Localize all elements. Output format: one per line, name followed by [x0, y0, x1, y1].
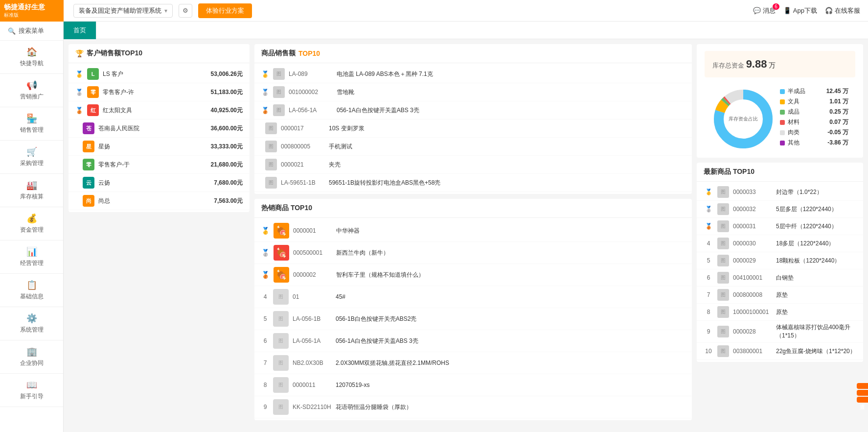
- product-rank-card: 商品销售额 TOP10 🥇图LA-089电池盖 LA-089 ABS本色＋黑种 …: [254, 44, 692, 194]
- online-service-button[interactable]: 🎧 在线客服: [825, 6, 860, 15]
- customer-avatar: 尚: [83, 195, 94, 207]
- sidebar-item-quick-nav[interactable]: 🏠 快捷导航: [0, 41, 63, 74]
- new-products-card: 最新商品 TOP10 🥇图0000033封边带（1.0*22）🥈图0000032…: [697, 163, 863, 362]
- customer-amount: 51,183.00元: [211, 88, 243, 96]
- legend-item: 半成品12.45 万: [780, 87, 848, 96]
- product-rank-item: 图0000021夹壳: [254, 156, 692, 174]
- product-rank-mid-list: 🥇图LA-089电池盖 LA-089 ABS本色＋黑种 7.1克🥈图001000…: [254, 63, 692, 194]
- new-product-name: 原垫: [776, 308, 856, 316]
- customer-amount: 7,563.00元: [214, 197, 243, 205]
- settings-button[interactable]: ⚙: [179, 4, 192, 18]
- legend-item: 肉类-0.05 万: [780, 128, 848, 137]
- rank-trophy: 9: [261, 404, 269, 410]
- sidebar-item-system[interactable]: ⚙️ 系统管理: [0, 307, 63, 340]
- cs-live-button[interactable]: 直播: [857, 397, 868, 403]
- sidebar-item-label: 销售管理: [20, 126, 44, 134]
- search-icon: 🔍: [8, 27, 16, 35]
- hot-product-item: 🥉🍖0000002智利车子里（规格不知道填什么）: [254, 264, 692, 286]
- customer-rank-item: 云云扬7,680.00元: [69, 174, 250, 192]
- customer-rank-item: 🥇LLS 客户53,006.26元: [69, 65, 250, 83]
- legend-color-dot: [780, 89, 785, 94]
- new-product-rank: 🥉: [704, 223, 713, 230]
- new-product-code: 0000032: [733, 206, 772, 213]
- message-button[interactable]: 💬 消息 6: [753, 6, 776, 15]
- service-icon: 🎧: [825, 7, 833, 14]
- new-product-thumbnail: 图: [717, 203, 729, 215]
- sidebar-item-basic[interactable]: 📋 基础信息: [0, 274, 63, 307]
- chart-center-label: 库存资金占比: [729, 116, 758, 122]
- legend-color-dot: [780, 110, 785, 115]
- new-product-name: 体械嘉核味苏打饮品400毫升（1*15）: [776, 323, 856, 340]
- product-code: KK-SD22110H: [293, 404, 332, 410]
- product-thumbnail: 🍖: [274, 267, 289, 283]
- tab-bar: 首页: [64, 22, 868, 39]
- new-product-item: 4图000003018多层（1220*2440）: [697, 235, 863, 252]
- new-product-item: 10图00380000122g鱼豆腐-烧烤味（1*12*20）: [697, 343, 863, 360]
- gear-icon: ⚙️: [26, 313, 37, 324]
- customer-amount: 53,006.26元: [211, 70, 243, 78]
- customer-avatar: 红: [87, 104, 99, 116]
- search-menu-button[interactable]: 🔍 搜索菜单: [0, 22, 63, 41]
- product-code: 001000002: [289, 89, 333, 96]
- rank-trophy: 🥉: [261, 107, 269, 114]
- sidebar-item-inventory[interactable]: 🏭 库存核算: [0, 174, 63, 207]
- cs-hotline-button[interactable]: 客服热线: [857, 383, 868, 389]
- product-name: 056-1B白色按键开关壳ABS2壳: [336, 315, 685, 323]
- product-thumbnail: 图: [265, 177, 277, 189]
- new-products-header: 最新商品 TOP10: [697, 163, 863, 182]
- product-name: 056-1A白色按键开关盖ABS 3壳: [337, 106, 685, 115]
- system-selector[interactable]: 装备及固定资产辅助管理系统 ▾: [73, 4, 173, 18]
- home-icon: 🏠: [26, 47, 37, 57]
- col-right: 库存总资金 9.88 万: [697, 44, 863, 427]
- product-name: 59651-1B旋转投影灯电池盒ABS黑色+58壳: [329, 179, 685, 187]
- new-product-name: 22g鱼豆腐-烧烤味（1*12*20）: [776, 347, 856, 356]
- tab-home[interactable]: 首页: [64, 22, 96, 39]
- product-rank-item: 图LA-59651-1B59651-1B旋转投影灯电池盒ABS黑色+58壳: [254, 174, 692, 192]
- customer-name: 苍南县人民医院: [98, 124, 206, 133]
- new-product-rank: 5: [704, 257, 713, 264]
- system-name: 装备及固定资产辅助管理系统: [79, 6, 161, 15]
- rank-trophy: 6: [261, 337, 269, 344]
- legend-item: 材料0.07 万: [780, 118, 848, 126]
- rank-trophy: 5: [261, 315, 269, 322]
- legend-category-name: 半成品: [788, 87, 823, 96]
- main-layout: 🔍 搜索菜单 🏠 快捷导航 📢 营销推广 🏪 销售管理 🛒 采购管理 🏭 库存核…: [0, 22, 868, 432]
- sidebar-item-finance[interactable]: 💰 资金管理: [0, 207, 63, 240]
- legend-color-dot: [780, 141, 785, 145]
- new-product-item: 5图000002918颗粒板（1220*2440）: [697, 252, 863, 269]
- customer-rank-title: 客户销售额TOP10: [87, 49, 142, 58]
- product-thumbnail: 图: [273, 399, 289, 415]
- product-code: LA-056-1A: [293, 337, 332, 344]
- sidebar-item-guide[interactable]: 📖 新手引导: [0, 374, 63, 407]
- try-button[interactable]: 体验行业方案: [198, 3, 252, 18]
- sidebar-item-enterprise[interactable]: 🏢 企业协同: [0, 340, 63, 374]
- sidebar-item-purchase[interactable]: 🛒 采购管理: [0, 141, 63, 174]
- product-name: 45#: [336, 293, 685, 300]
- cs-community-button[interactable]: 服务社区: [857, 390, 868, 396]
- legend-item: 文具1.01 万: [780, 97, 848, 106]
- cart-icon: 🛒: [26, 146, 37, 157]
- customer-name: 零售客户-许: [103, 88, 207, 96]
- sidebar-item-sales[interactable]: 🏪 销售管理: [0, 107, 63, 141]
- app-download-button[interactable]: 📱 App下载: [783, 6, 817, 15]
- new-product-item: 🥉图00000315层中纤（1220*2440）: [697, 218, 863, 235]
- legend-value: 0.07 万: [829, 118, 848, 126]
- legend-color-dot: [780, 120, 785, 125]
- new-product-rank: 🥇: [704, 189, 713, 195]
- customer-avatar: 苍: [83, 122, 94, 134]
- new-product-item: 🥈图00000325层多层（1220*2440）: [697, 201, 863, 218]
- sidebar-item-operation[interactable]: 📊 经营管理: [0, 240, 63, 274]
- legend-value: 0.25 万: [829, 108, 848, 116]
- product-thumbnail: 图: [265, 141, 277, 152]
- legend-item: 其他-3.86 万: [780, 139, 848, 147]
- new-product-name: 原垫: [776, 291, 856, 299]
- new-product-item: 7图000800008原垫: [697, 287, 863, 304]
- sidebar-item-marketing[interactable]: 📢 营销推广: [0, 74, 63, 107]
- sidebar-item-label: 系统管理: [20, 326, 44, 334]
- product-thumbnail: 🍖: [274, 245, 289, 261]
- new-product-thumbnail: 图: [717, 186, 729, 198]
- product-thumbnail: 图: [273, 377, 289, 393]
- sidebar-item-label: 基础信息: [20, 292, 44, 301]
- product-code: NB2.0X30B: [293, 360, 332, 366]
- hot-product-item: 5图LA-056-1B056-1B白色按键开关壳ABS2壳: [254, 308, 692, 330]
